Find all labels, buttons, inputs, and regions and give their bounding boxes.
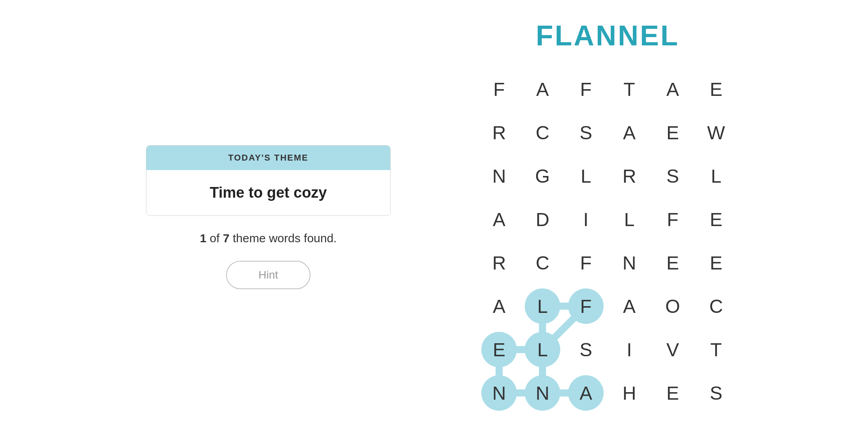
grid-cell[interactable]: D [521,198,564,241]
grid-cell[interactable]: C [521,111,564,154]
main-container: TODAY'S THEME Time to get cozy 1 of 7 th… [0,0,868,434]
grid-cell[interactable]: E [651,371,694,415]
grid-cell[interactable]: V [651,328,694,371]
grid-cell[interactable]: S [564,328,608,371]
words-found-current: 1 [200,232,207,245]
grid-cell[interactable]: I [564,198,608,241]
grid-cell[interactable]: F [477,67,521,111]
words-found-separator: of [210,232,223,245]
grid-cell[interactable]: E [694,241,738,284]
grid-cell[interactable]: A [651,67,694,111]
grid-cell[interactable]: N [477,154,521,198]
hint-button[interactable]: Hint [226,261,311,289]
grid-cell[interactable]: W [694,111,738,154]
grid-cell[interactable]: N [521,371,564,415]
grid-cell[interactable]: E [651,241,694,284]
grid-cell[interactable]: C [694,284,738,328]
highlighted-cell-circle: F [568,288,604,324]
grid-cell[interactable]: S [694,371,738,415]
left-panel: TODAY'S THEME Time to get cozy 1 of 7 th… [130,145,406,289]
grid-cell[interactable]: A [608,284,651,328]
grid-cell[interactable]: L [694,154,738,198]
grid-cell[interactable]: F [564,241,608,284]
grid-cell[interactable]: N [477,371,521,415]
grid-cell[interactable]: S [651,154,694,198]
word-grid: FAFTAERCSAEWNGLRSLADILFERCFNEEALFAOCELSI… [477,67,738,415]
words-found-text: 1 of 7 theme words found. [200,232,337,245]
theme-card-body: Time to get cozy [146,170,390,215]
grid-cell[interactable]: L [521,328,564,371]
highlighted-cell-circle: E [481,332,517,367]
grid-cell[interactable]: R [477,111,521,154]
grid-cell[interactable]: A [608,111,651,154]
grid-cell[interactable]: O [651,284,694,328]
highlighted-cell-circle: N [525,375,560,411]
grid-cell[interactable]: S [564,111,608,154]
grid-cell[interactable]: T [608,67,651,111]
grid-cell[interactable]: F [564,67,608,111]
grid-cell[interactable]: A [564,371,608,415]
grid-cell[interactable]: N [608,241,651,284]
grid-cell[interactable]: G [521,154,564,198]
right-panel: FLANNEL [477,19,738,415]
grid-cell[interactable]: I [608,328,651,371]
grid-cell[interactable]: T [694,328,738,371]
highlighted-cell-circle: N [481,375,517,411]
game-title: FLANNEL [536,19,679,52]
grid-cell[interactable]: L [608,198,651,241]
grid-cell[interactable]: F [651,198,694,241]
grid-cell[interactable]: F [564,284,608,328]
grid-cell[interactable]: E [694,198,738,241]
grid-cell[interactable]: H [608,371,651,415]
grid-cell[interactable]: L [564,154,608,198]
grid-cell[interactable]: L [521,284,564,328]
theme-card-header: TODAY'S THEME [146,146,390,170]
words-found-suffix: theme words found. [233,232,337,245]
grid-cell[interactable]: A [477,284,521,328]
words-found-total: 7 [223,232,230,245]
grid-cell[interactable]: E [477,328,521,371]
grid-container: FAFTAERCSAEWNGLRSLADILFERCFNEEALFAOCELSI… [477,67,738,415]
theme-card: TODAY'S THEME Time to get cozy [146,145,391,216]
highlighted-cell-circle: L [525,332,560,367]
grid-cell[interactable]: R [608,154,651,198]
highlighted-cell-circle: L [525,288,560,324]
grid-cell[interactable]: R [477,241,521,284]
grid-cell[interactable]: A [521,67,564,111]
grid-cell[interactable]: E [651,111,694,154]
highlighted-cell-circle: A [568,375,604,411]
grid-cell[interactable]: A [477,198,521,241]
grid-cell[interactable]: E [694,67,738,111]
grid-cell[interactable]: C [521,241,564,284]
